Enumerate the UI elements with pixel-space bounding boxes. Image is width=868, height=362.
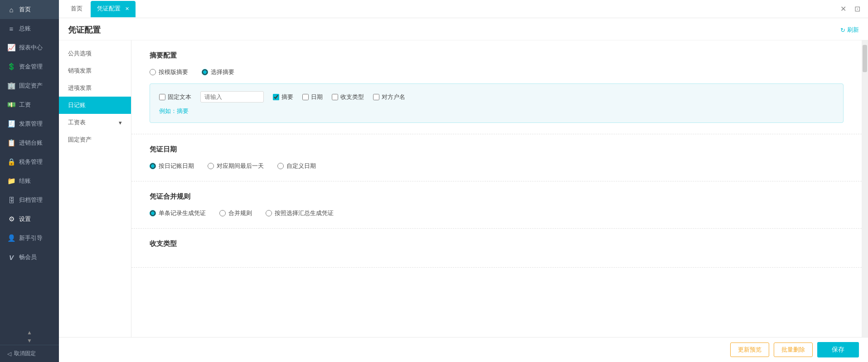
- sidebar-item-ledger[interactable]: ≡ 总账: [0, 19, 59, 38]
- assets-icon: 🏢: [7, 82, 15, 90]
- nav-item-payroll[interactable]: 工资表 ▾: [59, 114, 131, 131]
- refresh-button[interactable]: ↻ 刷新: [840, 26, 859, 34]
- archive-icon: 🗄: [7, 196, 15, 204]
- radio-last-day-input[interactable]: [208, 163, 214, 169]
- checkbox-date-input[interactable]: [302, 94, 309, 100]
- nav-item-journal[interactable]: 日记账: [59, 97, 131, 114]
- checkbox-summary[interactable]: 摘要: [273, 93, 293, 101]
- sidebar-item-invoice-mgmt[interactable]: 🧾 发票管理: [0, 114, 59, 133]
- radio-select-summary-input[interactable]: [202, 69, 208, 75]
- tab-home[interactable]: 首页: [64, 1, 89, 17]
- sidebar-item-guide[interactable]: 👤 新手引导: [0, 229, 59, 248]
- checkbox-income-type-input[interactable]: [332, 94, 338, 100]
- left-nav: 公共选项 销项发票 进项发票 日记账 工资表 ▾ 固定资产: [59, 40, 131, 337]
- guide-icon: 👤: [7, 234, 15, 242]
- capital-icon: 💲: [7, 63, 15, 71]
- sidebar-item-closing[interactable]: 📁 结账: [0, 171, 59, 191]
- vip-icon: V: [7, 254, 15, 261]
- voucher-date-radio-group: 按日记账日期 对应期间最后一天 自定义日期: [150, 162, 844, 170]
- sidebar-item-home[interactable]: ⌂ 首页: [0, 0, 59, 19]
- sales-ledger-icon: 📋: [7, 139, 15, 147]
- chevron-down-icon: ▾: [119, 119, 122, 126]
- income-type-title: 收支类型: [150, 240, 844, 248]
- pin-icon: ◁: [7, 351, 11, 357]
- income-type-section: 收支类型: [131, 229, 862, 268]
- checkbox-income-type[interactable]: 收支类型: [332, 93, 364, 101]
- tab-bar: 首页 凭证配置 ✕ ✕ ⊡: [59, 0, 868, 18]
- nav-item-public[interactable]: 公共选项: [59, 45, 131, 62]
- sidebar-item-report[interactable]: 📈 报表中心: [0, 38, 59, 57]
- unpin-button[interactable]: ◁ 取消固定: [0, 345, 59, 362]
- merge-rules-section: 凭证合并规则 单条记录生成凭证 合并规则 按照选择汇总生成凭证: [131, 181, 862, 229]
- radio-by-template[interactable]: 按模版摘要: [150, 68, 188, 76]
- settings-icon: ⚙: [7, 215, 15, 223]
- radio-merge-input[interactable]: [219, 210, 226, 216]
- sidebar-item-vip[interactable]: V 畅会员: [0, 248, 59, 267]
- summary-config-title: 摘要配置: [150, 51, 844, 60]
- sidebar-item-capital[interactable]: 💲 资金管理: [0, 57, 59, 76]
- scrollbar-thumb[interactable]: [863, 45, 867, 72]
- tab-close-voucher-config[interactable]: ✕: [125, 6, 129, 11]
- radio-custom-date[interactable]: 自定义日期: [277, 162, 316, 170]
- merge-rules-title: 凭证合并规则: [150, 192, 844, 201]
- expand-window-button[interactable]: ⊡: [852, 4, 863, 14]
- radio-single-input[interactable]: [150, 210, 156, 216]
- update-preview-button[interactable]: 更新预览: [730, 342, 769, 357]
- checkbox-fixed-text-input[interactable]: [159, 94, 165, 100]
- batch-delete-button[interactable]: 批量删除: [774, 342, 813, 357]
- checkbox-counterpart[interactable]: 对方户名: [373, 93, 405, 101]
- right-content: 摘要配置 按模版摘要 选择摘要 固定文本: [131, 40, 862, 337]
- radio-by-selection-input[interactable]: [266, 210, 272, 216]
- radio-merge[interactable]: 合并规则: [219, 209, 252, 217]
- radio-by-selection[interactable]: 按照选择汇总生成凭证: [266, 209, 334, 217]
- radio-by-journal-date[interactable]: 按日记账日期: [150, 162, 194, 170]
- content-area: 公共选项 销项发票 进项发票 日记账 工资表 ▾ 固定资产 摘要配置: [59, 40, 868, 337]
- close-window-button[interactable]: ✕: [838, 4, 849, 14]
- checkbox-date[interactable]: 日期: [302, 93, 323, 101]
- sidebar-item-sales-ledger[interactable]: 📋 进销台账: [0, 133, 59, 152]
- sidebar-item-tax[interactable]: 🔒 税务管理: [0, 152, 59, 171]
- summary-radio-group: 按模版摘要 选择摘要: [150, 68, 844, 76]
- sidebar-scroll-up[interactable]: ▲: [26, 328, 33, 337]
- tax-icon: 🔒: [7, 158, 15, 166]
- report-icon: 📈: [7, 44, 15, 52]
- radio-single[interactable]: 单条记录生成凭证: [150, 209, 206, 217]
- scrollbar[interactable]: [862, 40, 868, 337]
- page-title: 凭证配置: [68, 24, 101, 35]
- save-button[interactable]: 保存: [817, 342, 859, 357]
- main-area: 首页 凭证配置 ✕ ✕ ⊡ 凭证配置 ↻ 刷新 公共选项 销项发票 进: [59, 0, 868, 362]
- summary-options: 固定文本 摘要 日期 收支类型: [159, 91, 834, 103]
- voucher-date-section: 凭证日期 按日记账日期 对应期间最后一天 自定义日期: [131, 134, 862, 181]
- radio-last-day[interactable]: 对应期间最后一天: [208, 162, 264, 170]
- nav-item-sales[interactable]: 销项发票: [59, 62, 131, 79]
- checkbox-fixed-text[interactable]: 固定文本: [159, 93, 191, 101]
- radio-by-journal-date-input[interactable]: [150, 163, 156, 169]
- bottom-bar: 更新预览 批量删除 保存: [59, 337, 868, 362]
- home-icon: ⌂: [7, 6, 15, 14]
- nav-item-purchase[interactable]: 进项发票: [59, 79, 131, 97]
- summary-config-section: 摘要配置 按模版摘要 选择摘要 固定文本: [131, 40, 862, 134]
- closing-icon: 📁: [7, 177, 15, 185]
- sidebar-item-archive[interactable]: 🗄 归档管理: [0, 191, 59, 210]
- voucher-date-title: 凭证日期: [150, 145, 844, 154]
- checkbox-summary-input[interactable]: [273, 94, 279, 100]
- refresh-icon: ↻: [840, 27, 845, 34]
- example-text: 例如：摘要: [159, 107, 834, 115]
- invoice-mgmt-icon: 🧾: [7, 120, 15, 128]
- sidebar-item-salary[interactable]: 💵 工资: [0, 95, 59, 114]
- fixed-text-input[interactable]: [200, 91, 264, 103]
- radio-by-template-input[interactable]: [150, 69, 156, 75]
- page-header: 凭证配置 ↻ 刷新: [59, 18, 868, 40]
- nav-item-fixed-assets[interactable]: 固定资产: [59, 131, 131, 148]
- radio-select-summary[interactable]: 选择摘要: [202, 68, 234, 76]
- sidebar: ⌂ 首页 ≡ 总账 📈 报表中心 💲 资金管理 🏢 固定资产 💵 工资 🧾 发票…: [0, 0, 59, 362]
- sidebar-scroll-down[interactable]: ▼: [26, 337, 33, 345]
- tab-voucher-config[interactable]: 凭证配置 ✕: [91, 1, 136, 17]
- sidebar-item-settings[interactable]: ⚙ 设置: [0, 210, 59, 229]
- summary-box: 固定文本 摘要 日期 收支类型: [150, 83, 844, 123]
- sidebar-item-assets[interactable]: 🏢 固定资产: [0, 76, 59, 95]
- tab-bar-actions: ✕ ⊡: [838, 4, 863, 14]
- ledger-icon: ≡: [7, 25, 15, 33]
- radio-custom-date-input[interactable]: [277, 163, 284, 169]
- checkbox-counterpart-input[interactable]: [373, 94, 379, 100]
